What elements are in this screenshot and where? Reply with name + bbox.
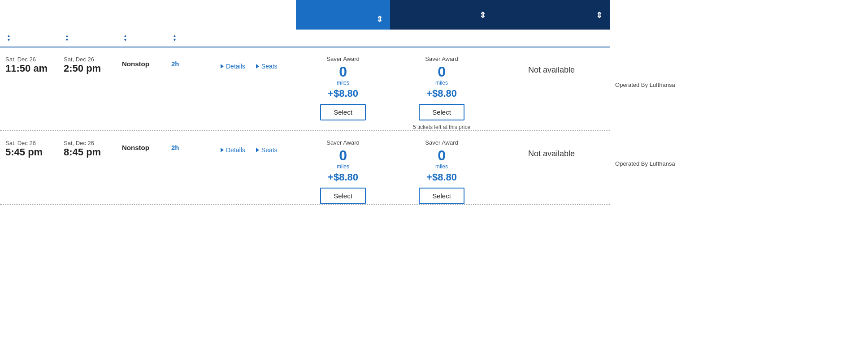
economy-fee-0: +$8.80: [301, 88, 385, 99]
seats-arrow-1: [256, 148, 259, 152]
details-link-1[interactable]: Details: [221, 146, 245, 154]
economy-miles-0: 0: [301, 64, 385, 80]
economy-select-btn-1[interactable]: Select: [320, 188, 366, 204]
links-cell-1: Details Seats: [215, 131, 296, 204]
economy-award-1: Saver Award 0 miles +$8.80 Select: [301, 139, 385, 204]
seats-link-1[interactable]: Seats: [256, 146, 278, 154]
arrive-date-1: Sat, Dec 26: [64, 140, 94, 146]
stops-sort-header[interactable]: ▲▼: [117, 30, 166, 47]
depart-time-0: 11:50 am: [5, 63, 53, 74]
stops-cell-1: Nonstop: [117, 131, 166, 204]
arrive-time-0: 2:50 pm: [64, 63, 111, 74]
duration-value-1: 2h: [171, 144, 179, 151]
arrive-time-1: 8:45 pm: [64, 146, 111, 158]
bsaver-header[interactable]: ⇕: [390, 0, 493, 30]
details-link-0[interactable]: Details: [221, 63, 245, 70]
economy-fee-1: +$8.80: [301, 172, 385, 183]
bsaver-miles-1: 0: [395, 148, 488, 163]
arrive-cell-0: Sat, Dec 26 2:50 pm: [58, 47, 117, 130]
stops-value-0: Nonstop: [122, 60, 149, 68]
bsaver-fee-1: +$8.80: [395, 172, 488, 183]
beveryday-not-available-0: Not available: [528, 65, 575, 74]
depart-time-1: 5:45 pm: [5, 146, 53, 158]
beveryday-cell-1: Not available: [493, 131, 610, 204]
stops-value-1: Nonstop: [122, 144, 149, 151]
arrive-sort-icon: ▲▼: [65, 34, 69, 42]
depart-cell-0: Sat, Dec 26 11:50 am: [0, 47, 58, 130]
depart-date-1: Sat, Dec 26: [5, 140, 36, 146]
beveryday-header[interactable]: ⇕: [493, 0, 610, 30]
stops-cell-0: Nonstop: [117, 47, 166, 130]
duration-sort-icon: ▲▼: [173, 34, 177, 42]
duration-value-0: 2h: [171, 60, 179, 68]
economy-miles-label-0: miles: [301, 80, 385, 86]
duration-sort-header[interactable]: ▲▼: [166, 30, 215, 47]
economy-select-btn-0[interactable]: Select: [320, 104, 366, 120]
details-arrow-1: [221, 148, 224, 152]
flight-links-0: Details Seats: [221, 60, 291, 70]
bsaver-cell-1: Saver Award 0 miles +$8.80 Select: [390, 131, 493, 204]
duration-cell-0: 2h: [166, 47, 215, 130]
divider-row-1: [0, 204, 868, 205]
depart-date-0: Sat, Dec 26: [5, 56, 36, 63]
bsaver-fee-0: +$8.80: [395, 88, 488, 99]
beveryday-cell-0: Not available: [493, 47, 610, 130]
column-type-header-row: ⇕ ⇕ ⇕: [0, 0, 868, 30]
economy-miles-label-1: miles: [301, 163, 385, 170]
arrive-cell-1: Sat, Dec 26 8:45 pm: [58, 131, 117, 204]
bsaver-cell-0: Saver Award 0 miles +$8.80 Select 5 tick…: [390, 47, 493, 130]
economy-miles-1: 0: [301, 148, 385, 163]
bsaver-tickets-left-0: 5 tickets left at this price: [395, 124, 488, 130]
column-sort-header-row: ▲▼ ▲▼ ▲▼ ▲▼: [0, 30, 868, 47]
economy-award-type-0: Saver Award: [301, 56, 385, 62]
bsaver-select-btn-0[interactable]: Select: [419, 104, 464, 120]
economy-cell-1: Saver Award 0 miles +$8.80 Select: [296, 131, 390, 204]
operated-cell-1: Operated By Lufthansa: [610, 131, 868, 200]
arrive-date-0: Sat, Dec 26: [64, 56, 94, 63]
bsaver-award-type-1: Saver Award: [395, 139, 488, 146]
economy-cell-0: Saver Award 0 miles +$8.80 Select: [296, 47, 390, 130]
economy-award-type-1: Saver Award: [301, 139, 385, 146]
bsaver-miles-label-0: miles: [395, 80, 488, 86]
links-cell-0: Details Seats: [215, 47, 296, 130]
seats-link-0[interactable]: Seats: [256, 63, 278, 70]
flights-table-container: ⇕ ⇕ ⇕ ▲▼ ▲▼: [0, 0, 868, 205]
depart-sort-icon: ▲▼: [7, 34, 11, 42]
bsaver-select-btn-1[interactable]: Select: [419, 188, 464, 204]
duration-cell-1: 2h: [166, 131, 215, 204]
details-arrow-0: [221, 64, 224, 69]
bsaver-award-1: Saver Award 0 miles +$8.80 Select: [395, 139, 488, 204]
bsaver-miles-0: 0: [395, 64, 488, 80]
operated-cell-0: Operated By Lufthansa: [610, 47, 868, 126]
bsaver-award-type-0: Saver Award: [395, 56, 488, 62]
flight-links-1: Details Seats: [221, 144, 291, 154]
beveryday-not-available-1: Not available: [528, 149, 575, 158]
arrive-sort-header[interactable]: ▲▼: [58, 30, 117, 47]
bsaver-award-0: Saver Award 0 miles +$8.80 Select 5 tick…: [395, 56, 488, 130]
depart-cell-1: Sat, Dec 26 5:45 pm: [0, 131, 58, 204]
seats-arrow-0: [256, 64, 259, 69]
economy-header[interactable]: ⇕: [296, 0, 390, 30]
depart-sort-header[interactable]: ▲▼: [0, 30, 58, 47]
economy-award-0: Saver Award 0 miles +$8.80 Select: [301, 56, 385, 120]
stops-sort-icon: ▲▼: [123, 34, 127, 42]
bsaver-miles-label-1: miles: [395, 163, 488, 170]
